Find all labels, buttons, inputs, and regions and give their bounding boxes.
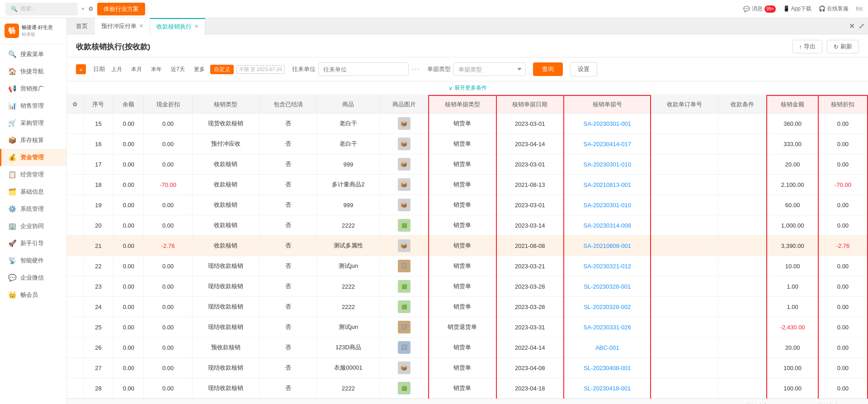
cell-offset-discount: 0.00 [818, 358, 868, 378]
sidebar-item-enterprise[interactable]: 🏢 企业协同 [0, 218, 66, 235]
table-row: 20 0.00 0.00 收款核销 否 2222 🟩 销货单 2023-03-1… [67, 215, 868, 236]
cell-offset-type: 现货收款核销 [192, 114, 259, 134]
expand-more-btn[interactable]: ∨ 展开更多条件 [76, 81, 859, 95]
table-row: 17 0.00 0.00 收款核销 否 999 📦 销货单 2023-03-01… [67, 154, 868, 175]
cell-doc-no: SA-20230414-017 [564, 134, 651, 154]
counterpart-input[interactable] [318, 62, 409, 76]
sidebar-item-marketing[interactable]: 📢 营销推广 [0, 80, 66, 97]
doc-no-link[interactable]: SA-20210813-001 [583, 181, 631, 188]
th-doc-type: 核销单据类型 [429, 95, 496, 114]
tab-receipt[interactable]: 收款核销执行 ✕ [150, 18, 205, 34]
filter-collapse-btn[interactable]: « [76, 64, 86, 74]
cell-product-img: 🖼 [380, 256, 429, 276]
table-row: 28 0.00 0.00 现结收款核销 否 2222 🟩 销货单 2023-04… [67, 378, 868, 399]
date-shortcut-7days[interactable]: 近7天 [167, 65, 189, 74]
cell-doc-date: 2023-04-08 [496, 358, 564, 378]
gear-icon[interactable]: ⚙ [88, 5, 94, 12]
doc-no-link[interactable]: SL-20230408-001 [584, 365, 631, 371]
tab-expand-icon[interactable]: ⤢ [859, 22, 864, 30]
sysmgmt-icon: ⚙️ [8, 205, 17, 213]
cell-doc-type: 销货单 [429, 195, 496, 215]
th-settings[interactable]: ⚙ [67, 95, 83, 114]
sidebar-item-wechat[interactable]: 💬 企业微信 [0, 269, 66, 286]
refresh-btn[interactable]: ↻ 刷新 [827, 40, 859, 53]
tab-prepay[interactable]: 预付冲应付单 ✕ [95, 18, 150, 34]
sales-icon: 📊 [8, 102, 17, 110]
main-layout: 畅 畅捷通·好生意 标准版 🔍 搜索菜单 🏠 快捷导航 📢 营销推广 📊 销售管… [0, 18, 868, 404]
export-btn[interactable]: ↑ 导出 [793, 40, 823, 53]
cell-receipt-order-no [651, 114, 718, 134]
th-offset-discount: 核销折扣 [818, 95, 868, 114]
cell-doc-type: 销货单 [429, 276, 496, 297]
dots-icon[interactable]: ··· [411, 65, 420, 73]
cell-receipt-order-no [651, 337, 718, 358]
doc-no-link[interactable]: SA-20230301-001 [583, 120, 631, 127]
export-icon: ↑ [799, 43, 802, 50]
cell-offset-type: 预收款核销 [192, 337, 259, 358]
trial-btn[interactable]: 体验行业方案 [97, 3, 145, 15]
date-shortcut-this-month[interactable]: 本月 [127, 65, 146, 74]
sidebar-item-label: 系统管理 [20, 205, 44, 213]
date-shortcut-last-month[interactable]: 上月 [108, 65, 126, 74]
top-search-box[interactable]: 🔍 搜索... [5, 3, 78, 15]
date-shortcut-more[interactable]: 更多 [190, 65, 208, 74]
sidebar-item-bizmgmt[interactable]: 📋 经营管理 [0, 166, 66, 183]
doc-no-link[interactable]: SA-20230321-012 [583, 263, 631, 270]
th-included-closed: 包含已结清 [259, 95, 317, 114]
doc-no-link[interactable]: SA-20230301-010 [583, 202, 631, 209]
cell-offset-discount: 0.00 [818, 154, 868, 175]
app-download-btn[interactable]: 📱 App下载 [783, 5, 811, 13]
sidebar-item-basicinfo[interactable]: 🗂️ 基础信息 [0, 183, 66, 200]
cell-receipt-order-no [651, 215, 718, 236]
doc-no-link[interactable]: ABC-001 [595, 344, 619, 351]
cell-product-img: 📦 [380, 236, 429, 256]
message-btn[interactable]: 💬 消息 99+ [743, 5, 776, 13]
sidebar-item-member[interactable]: 👑 畅会员 [0, 286, 66, 304]
cell-settings [67, 297, 83, 317]
page-title: 收款核销执行(按收款) [76, 42, 150, 52]
doc-no-link[interactable]: SA-20230331-026 [583, 324, 631, 331]
sidebar-item-purchase[interactable]: 🛒 采购管理 [0, 114, 66, 132]
sidebar-item-quicknav[interactable]: 🏠 快捷导航 [0, 63, 66, 80]
tab-prepay-close[interactable]: ✕ [139, 23, 143, 29]
cell-offset-discount: 0.00 [818, 215, 868, 236]
sidebar-item-sales[interactable]: 📊 销售管理 [0, 97, 66, 114]
sidebar-item-label: 企业协同 [20, 222, 44, 230]
sidebar-item-sysmgmt[interactable]: ⚙️ 系统管理 [0, 200, 66, 218]
doc-no-link[interactable]: SA-20230414-017 [583, 141, 631, 147]
page-header: 收款核销执行(按收款) ↑ 导出 ↻ 刷新 [67, 34, 868, 57]
date-shortcut-this-year[interactable]: 本年 [147, 65, 165, 74]
cell-receipt-condition [718, 256, 767, 276]
cell-doc-date: 2023-04-18 [496, 378, 564, 399]
query-btn[interactable]: 查询 [533, 62, 563, 76]
cell-receipt-condition [718, 358, 767, 378]
sidebar-item-fund[interactable]: 💰 资金管理 [0, 149, 66, 166]
doc-no-link[interactable]: SL-20230328-001 [584, 283, 631, 290]
doctype-select[interactable]: 单据类型 [453, 62, 526, 76]
cell-doc-no: ABC-001 [564, 337, 651, 358]
sidebar-item-label: 资金管理 [20, 153, 44, 162]
sidebar-item-search[interactable]: 🔍 搜索菜单 [0, 46, 66, 63]
doc-no-link[interactable]: SA-20230301-010 [583, 161, 631, 168]
filter-settings-btn[interactable]: 设置 [570, 62, 597, 76]
dropdown-icon[interactable]: ▾ [81, 5, 85, 12]
sidebar-item-newbie[interactable]: 🚀 新手引导 [0, 235, 66, 252]
table-row: 25 0.00 0.00 现结收款核销 否 测试jun 🖼 销货退货单 2023… [67, 317, 868, 337]
cell-product: 123D商品 [317, 337, 380, 358]
cell-doc-no: SA-20210813-001 [564, 175, 651, 195]
doc-no-link[interactable]: SL-20230328-002 [584, 304, 631, 310]
sidebar: 畅 畅捷通·好生意 标准版 🔍 搜索菜单 🏠 快捷导航 📢 营销推广 📊 销售管… [0, 18, 67, 404]
online-service-btn[interactable]: 🎧 在线客服 [819, 5, 849, 13]
th-receipt-order-no: 收款单订单号 [651, 95, 718, 114]
purchase-icon: 🛒 [8, 119, 17, 127]
doc-no-link[interactable]: SA-20230314-008 [583, 222, 631, 229]
doc-no-link[interactable]: SL-20230418-001 [584, 385, 631, 392]
user-area[interactable]: Rit [856, 6, 863, 12]
sidebar-item-smarthw[interactable]: 📡 智能硬件 [0, 252, 66, 269]
sidebar-item-inventory[interactable]: 📦 库存核算 [0, 132, 66, 149]
tab-receipt-close[interactable]: ✕ [194, 24, 198, 29]
doc-no-link[interactable]: SA-20210808-001 [583, 242, 631, 249]
tab-close-icon[interactable]: ✕ [849, 22, 855, 30]
date-shortcut-custom[interactable]: 自定义 [210, 65, 234, 74]
tab-home[interactable]: 首页 [69, 18, 95, 34]
